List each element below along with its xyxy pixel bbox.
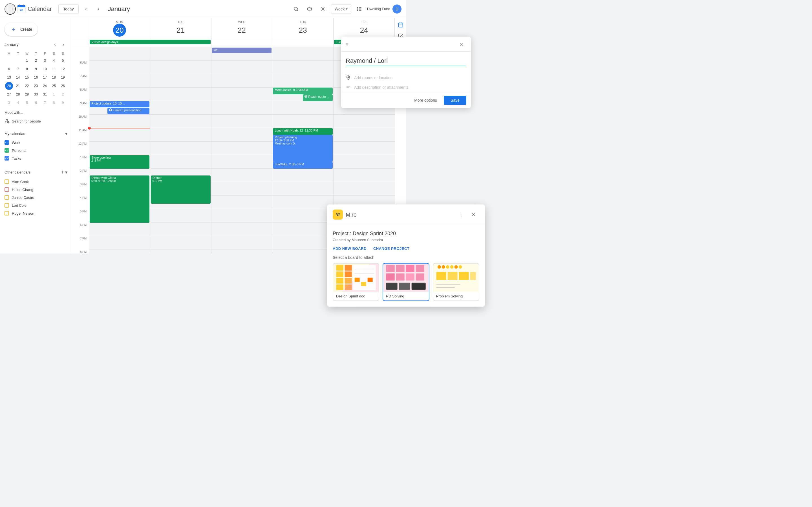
calendar-item-helen-chang[interactable]: Helen Chang [0,186,72,193]
mini-cal-day[interactable]: 3 [5,99,13,107]
calendar-item-tasks[interactable]: ✓ Tasks [0,154,72,162]
mini-cal-day[interactable]: 26 [59,82,67,90]
mini-cal-day[interactable]: 5 [59,57,67,64]
header-thu[interactable]: THU 23 [272,18,334,39]
event-ice[interactable]: ice [212,48,272,53]
mini-cal-day[interactable]: 28 [14,91,22,98]
mini-cal-day[interactable]: 4 [14,99,22,107]
mini-cal-day[interactable]: 7 [14,65,22,73]
lori-cole-checkbox[interactable] [4,203,9,208]
event-dinner-cont[interactable]: Dinner 6–9 PM [151,175,211,204]
mini-cal-day[interactable]: 15 [23,73,31,81]
allday-event-zurich[interactable]: Zürich design days [90,40,211,44]
mini-cal-day[interactable]: 17 [41,73,49,81]
mini-cal-prev[interactable]: ‹ [51,41,59,48]
mini-cal-day[interactable]: 1 [23,57,31,64]
qem-event-name[interactable]: Raymond / Lori [346,56,406,66]
mini-cal-day[interactable]: 23 [32,82,40,90]
tasks-checkbox[interactable]: ✓ [4,156,9,161]
mini-cal-day[interactable]: 7 [41,99,49,107]
mini-cal-day[interactable]: 13 [5,73,13,81]
calendar-item-lori-cole[interactable]: Lori Cole [0,202,72,209]
mini-cal-day[interactable] [5,57,13,64]
event-project-planning[interactable]: Project planning 12:30–2:30 PM Meeting r… [273,135,333,162]
mini-cal-day[interactable]: 9 [59,99,67,107]
right-sidebar-calendar-btn[interactable] [396,20,405,29]
header-wed[interactable]: WED 22 [211,18,273,39]
event-reach-out-tom[interactable]: Reach out to Tom, 9:30 AM [303,94,333,101]
header-mon[interactable]: MON 20 [89,18,150,39]
search-people-row[interactable]: Search for people [0,116,72,126]
helen-chang-checkbox[interactable] [4,187,9,192]
mini-cal-day[interactable]: 4 [50,57,58,64]
calendar-item-work[interactable]: ✓ Work [0,138,72,147]
desc-placeholder[interactable]: Add description or attachments [354,85,406,90]
miro-add-board-link[interactable]: ADD NEW BOARD [333,246,366,251]
location-placeholder[interactable]: Add rooms or location [354,75,393,80]
calendar-item-janice-castro[interactable]: Janice Castro [0,193,72,202]
mini-cal-day[interactable]: 2 [59,91,67,98]
header-fri[interactable]: FRI 24 [334,18,395,39]
miro-change-project-link[interactable]: CHANGE PROJECT [373,246,406,251]
mini-cal-next[interactable]: › [59,41,67,48]
event-project-update[interactable]: Project update, 10–10:... [90,101,149,107]
mini-cal-day[interactable]: 3 [41,57,49,64]
prev-button[interactable]: ‹ [81,4,91,14]
mini-cal-day[interactable]: 21 [14,82,22,90]
mini-cal-day[interactable]: 16 [32,73,40,81]
create-button[interactable]: ＋ Create [4,22,38,36]
mini-cal-day[interactable]: 8 [50,99,58,107]
menu-button[interactable] [4,3,16,15]
mini-cal-day[interactable]: 31 [41,91,49,98]
janice-castro-checkbox[interactable] [4,195,9,200]
mini-cal-day[interactable]: 9 [32,65,40,73]
today-button[interactable]: Today [58,4,79,14]
header-tue[interactable]: TUE 21 [150,18,211,39]
view-selector[interactable]: Week ▾ [331,4,351,14]
event-finalize-presentation[interactable]: Finalize presentation [107,108,149,114]
mini-cal-day[interactable]: 1 [50,91,58,98]
other-calendars-header[interactable]: Other calendars + ▾ [0,167,72,178]
mini-cal-day[interactable]: 19 [59,73,67,81]
event-lori-mike[interactable]: Lori/Mike, 2:30–3 PM [273,162,333,169]
mini-cal-day[interactable]: 27 [5,91,13,98]
calendar-item-alan-cook[interactable]: Alan Cook [0,178,72,186]
account-area[interactable]: Dwelling Fund D [367,4,402,13]
apps-button[interactable] [354,3,365,15]
mini-cal-day[interactable]: 24 [41,82,49,90]
miro-app-name: Miro [346,211,357,218]
mini-cal-day[interactable]: 12 [59,65,67,73]
next-button[interactable]: › [93,4,103,14]
mini-cal-day[interactable]: 25 [50,82,58,90]
mini-cal-day[interactable] [14,57,22,64]
personal-checkbox[interactable]: ✓ [4,148,9,153]
mini-cal-today[interactable]: 20 [5,82,13,90]
mini-cal-day[interactable]: 2 [32,57,40,64]
event-meet-janice[interactable]: Meet Janice, 9–9:30 AM [273,88,333,94]
mini-cal-day[interactable]: 10 [41,65,49,73]
mini-cal-day[interactable]: 30 [32,91,40,98]
event-dinner-gloria[interactable]: Dinner with Gloria 5:30–9 PM, Central [90,175,149,223]
mini-cal-day[interactable]: 6 [32,99,40,107]
event-lunch-noah[interactable]: Lunch with Noah, 12–12:30 PM [273,128,333,135]
alan-cook-checkbox[interactable] [4,179,9,184]
mini-cal-day[interactable]: 14 [14,73,22,81]
calendar-item-roger-nelson[interactable]: Roger Nelson [0,209,72,217]
roger-nelson-checkbox[interactable] [4,211,9,216]
settings-button[interactable] [317,3,329,15]
search-button[interactable] [290,3,302,15]
mini-cal-day[interactable]: 8 [23,65,31,73]
mini-cal-day[interactable]: 5 [23,99,31,107]
my-calendars-header[interactable]: My calendars ▾ [0,129,72,138]
mini-cal-day[interactable]: 22 [23,82,31,90]
mini-cal-day[interactable]: 6 [5,65,13,73]
calendar-item-personal[interactable]: ✓ Personal [0,147,72,154]
mini-cal-day[interactable]: 11 [50,65,58,73]
work-checkbox[interactable]: ✓ [4,140,9,145]
mini-cal-day[interactable]: 29 [23,91,31,98]
mini-cal-day[interactable]: 18 [50,73,58,81]
event-store-opening[interactable]: Store opening 2–3 PM [90,155,149,169]
help-button[interactable] [304,3,315,15]
add-calendar-icon[interactable]: + [61,169,64,175]
miro-modal[interactable]: M Miro ⋮ Project : Design Sprint 2020 Cr… [327,205,406,253]
